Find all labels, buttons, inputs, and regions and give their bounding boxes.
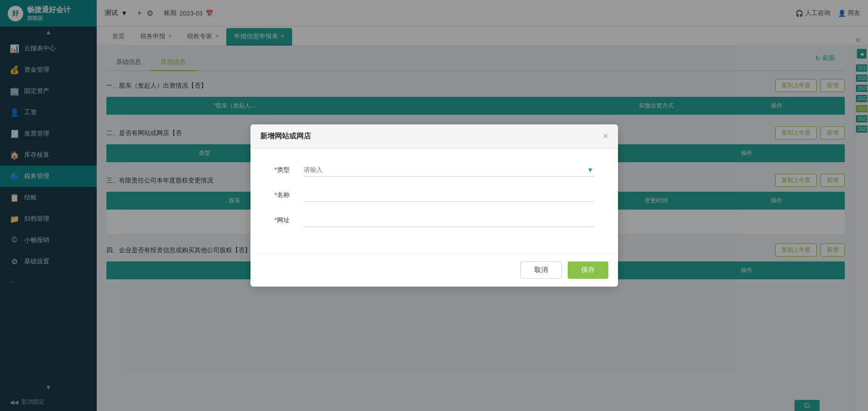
save-button[interactable]: 保存 (568, 261, 608, 279)
modal-body: *类型 ▼ *名称 *网址 (250, 149, 618, 253)
modal-overlay: 新增网站或网店 × *类型 ▼ *名称 (0, 0, 868, 411)
form-field-url: *网址 (275, 213, 594, 227)
type-dropdown-icon: ▼ (587, 166, 594, 174)
type-input[interactable] (304, 163, 587, 176)
required-star-name: * (275, 191, 277, 198)
form-label-name: *名称 (275, 191, 299, 199)
form-label-url: *网址 (275, 216, 299, 225)
form-field-name: *名称 (275, 188, 594, 202)
modal-title: 新增网站或网店 (260, 132, 311, 141)
required-star-type: * (275, 166, 277, 173)
required-star-url: * (275, 216, 277, 224)
modal-footer: 取消 保存 (250, 253, 618, 287)
form-field-type: *类型 ▼ (275, 163, 594, 177)
modal-add-website: 新增网站或网店 × *类型 ▼ *名称 (250, 124, 618, 287)
modal-header: 新增网站或网店 × (250, 124, 618, 149)
name-input[interactable] (304, 188, 594, 202)
cancel-button[interactable]: 取消 (520, 261, 562, 279)
url-input[interactable] (304, 213, 594, 227)
form-label-type: *类型 (275, 166, 299, 174)
form-type-wrapper: ▼ (304, 163, 594, 177)
modal-close-btn[interactable]: × (603, 131, 608, 141)
